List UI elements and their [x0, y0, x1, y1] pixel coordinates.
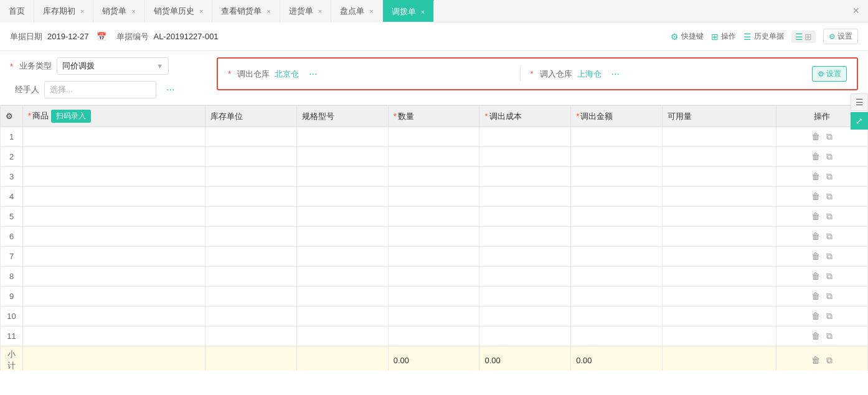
cell-qty-3[interactable]: [388, 167, 479, 187]
cell-spec-2[interactable]: [297, 147, 389, 167]
cell-available-3[interactable]: [662, 167, 776, 187]
cell-unit-8[interactable]: [205, 267, 297, 287]
cell-amount-3[interactable]: [571, 167, 663, 187]
layout-toggle[interactable]: ☰ ⊞: [791, 31, 816, 43]
warehouse-in-value[interactable]: 上海仓: [577, 69, 601, 80]
cell-cost-1[interactable]: [479, 127, 571, 147]
cell-goods-9[interactable]: [23, 287, 205, 307]
cell-spec-5[interactable]: [297, 207, 389, 227]
delete-row-btn[interactable]: 🗑: [809, 270, 822, 282]
scroll-container[interactable]: ⚙ *商品 扫码录入 库存单位 规格型号 *数量 *调出成本 *调出金额 可用量…: [0, 105, 868, 371]
copy-row-btn[interactable]: ⧉: [824, 211, 834, 222]
cell-goods-8[interactable]: [23, 267, 205, 287]
cell-qty-6[interactable]: [388, 227, 479, 247]
right-tool-list[interactable]: ☰: [851, 93, 868, 111]
right-tool-expand[interactable]: ⤢: [851, 112, 868, 130]
cell-unit-6[interactable]: [205, 227, 297, 247]
tab-view-sales[interactable]: 查看销货单 ×: [212, 0, 280, 22]
tab-transfer[interactable]: 调拨单 ×: [383, 0, 434, 22]
warehouse-in-more-btn[interactable]: ···: [611, 69, 620, 80]
cell-available-1[interactable]: [662, 127, 776, 147]
cell-amount-10[interactable]: [571, 307, 663, 326]
cell-spec-8[interactable]: [297, 267, 389, 287]
cell-available-8[interactable]: [662, 267, 776, 287]
warehouse-out-more-btn[interactable]: ···: [309, 69, 317, 80]
cell-goods-10[interactable]: [23, 307, 205, 326]
cell-cost-6[interactable]: [479, 227, 571, 247]
cell-unit-4[interactable]: [205, 187, 297, 207]
cell-spec-10[interactable]: [297, 307, 389, 326]
cell-cost-11[interactable]: [479, 326, 571, 346]
cell-qty-1[interactable]: [388, 127, 479, 147]
cell-goods-7[interactable]: [23, 247, 205, 267]
cell-goods-11[interactable]: [23, 326, 205, 346]
copy-row-btn[interactable]: ⧉: [824, 171, 834, 183]
cell-spec-3[interactable]: [297, 167, 389, 187]
cell-cost-10[interactable]: [479, 307, 571, 326]
tab-sales-history[interactable]: 销货单历史 ×: [145, 0, 212, 22]
warehouse-out-value[interactable]: 北京仓: [275, 69, 299, 80]
history-btn[interactable]: ☰ 历史单据: [743, 31, 784, 42]
cell-amount-2[interactable]: [571, 147, 663, 167]
tab-inventory-init[interactable]: 库存期初 ×: [34, 0, 93, 22]
tab-close-transfer[interactable]: ×: [421, 8, 425, 16]
window-close-button[interactable]: ×: [844, 0, 868, 22]
scan-btn[interactable]: 扫码录入: [51, 110, 91, 123]
delete-row-btn[interactable]: 🗑: [809, 231, 822, 242]
subtotal-copy-btn[interactable]: ⧉: [824, 355, 834, 366]
cell-available-7[interactable]: [662, 247, 776, 267]
calendar-icon[interactable]: 📅: [97, 32, 106, 41]
delete-row-btn[interactable]: 🗑: [809, 250, 822, 262]
cell-qty-7[interactable]: [388, 247, 479, 267]
tab-sales[interactable]: 销货单 ×: [93, 0, 144, 22]
cell-amount-11[interactable]: [571, 326, 663, 346]
cell-amount-7[interactable]: [571, 247, 663, 267]
delete-row-btn[interactable]: 🗑: [809, 151, 822, 162]
handler-select[interactable]: 选择...: [44, 81, 156, 98]
cell-spec-9[interactable]: [297, 287, 389, 307]
delete-row-btn[interactable]: 🗑: [809, 191, 822, 202]
cell-available-9[interactable]: [662, 287, 776, 307]
copy-row-btn[interactable]: ⧉: [824, 310, 834, 322]
delete-row-btn[interactable]: 🗑: [809, 290, 822, 302]
cell-available-10[interactable]: [662, 307, 776, 326]
cell-cost-3[interactable]: [479, 167, 571, 187]
tab-close-inventory-init[interactable]: ×: [80, 7, 84, 15]
cell-unit-1[interactable]: [205, 127, 297, 147]
cell-goods-5[interactable]: [23, 207, 205, 227]
tab-close-stocktake[interactable]: ×: [369, 7, 373, 15]
tab-purchase[interactable]: 进货单 ×: [280, 0, 331, 22]
cell-qty-4[interactable]: [388, 187, 479, 207]
warehouse-settings-btn[interactable]: ⚙ 设置: [812, 66, 847, 82]
delete-row-btn[interactable]: 🗑: [809, 330, 822, 341]
cell-qty-5[interactable]: [388, 207, 479, 227]
cell-goods-4[interactable]: [23, 187, 205, 207]
cell-cost-8[interactable]: [479, 267, 571, 287]
cell-goods-3[interactable]: [23, 167, 205, 187]
cell-qty-9[interactable]: [388, 287, 479, 307]
copy-row-btn[interactable]: ⧉: [824, 250, 834, 262]
delete-row-btn[interactable]: 🗑: [809, 131, 822, 142]
cell-spec-6[interactable]: [297, 227, 389, 247]
cell-cost-9[interactable]: [479, 287, 571, 307]
tab-close-sales-history[interactable]: ×: [199, 7, 203, 15]
copy-row-btn[interactable]: ⧉: [824, 231, 834, 242]
copy-row-btn[interactable]: ⧉: [824, 290, 834, 302]
cell-amount-4[interactable]: [571, 187, 663, 207]
subtotal-delete-btn[interactable]: 🗑: [809, 355, 822, 366]
cell-cost-2[interactable]: [479, 147, 571, 167]
copy-row-btn[interactable]: ⧉: [824, 131, 834, 143]
tab-close-sales[interactable]: ×: [131, 7, 135, 15]
cell-available-5[interactable]: [662, 207, 776, 227]
delete-row-btn[interactable]: 🗑: [809, 310, 822, 321]
copy-row-btn[interactable]: ⧉: [824, 270, 834, 282]
cell-spec-1[interactable]: [297, 127, 389, 147]
delete-row-btn[interactable]: 🗑: [809, 211, 822, 222]
handler-more-btn[interactable]: ···: [166, 84, 174, 95]
cell-unit-5[interactable]: [205, 207, 297, 227]
copy-row-btn[interactable]: ⧉: [824, 191, 834, 202]
tab-home[interactable]: 首页: [0, 0, 34, 22]
cell-qty-2[interactable]: [388, 147, 479, 167]
tab-close-purchase[interactable]: ×: [318, 7, 322, 15]
cell-spec-7[interactable]: [297, 247, 389, 267]
